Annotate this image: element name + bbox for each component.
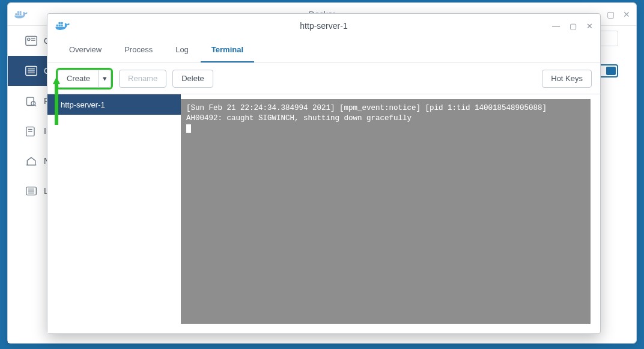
network-icon	[25, 156, 38, 166]
svg-point-6	[28, 38, 30, 40]
svg-rect-28	[61, 22, 62, 24]
container-details-window: http-server-1 — ▢ ✕ Overview Process Log…	[47, 13, 601, 334]
close-icon[interactable]: ✕	[586, 22, 593, 31]
svg-line-15	[35, 105, 37, 106]
terminal-session-item[interactable]: http-server-1	[47, 94, 181, 115]
create-button[interactable]: Create	[58, 70, 99, 88]
delete-button[interactable]: Delete	[172, 70, 213, 88]
registry-icon	[25, 96, 38, 106]
terminal-toolbar: Create ▾ Rename Delete Hot Keys	[47, 63, 600, 94]
tab-bar: Overview Process Log Terminal	[47, 38, 600, 63]
modal-window-controls: — ▢ ✕	[552, 22, 593, 31]
container-icon	[25, 65, 38, 76]
svg-rect-3	[17, 11, 19, 13]
docker-logo-icon	[14, 9, 28, 20]
terminal-content: http-server-1 [Sun Feb 21 22:24:34.38499…	[47, 94, 600, 333]
tab-process[interactable]: Process	[114, 38, 163, 62]
modal-title: http-server-1	[300, 21, 347, 31]
svg-rect-4	[20, 11, 22, 13]
log-icon	[25, 186, 38, 196]
terminal-text: [Sun Feb 21 22:24:34.384994 2021] [mpm_e…	[186, 104, 551, 123]
svg-rect-26	[61, 25, 62, 26]
svg-rect-24	[56, 25, 58, 26]
terminal-output[interactable]: [Sun Feb 21 22:24:34.384994 2021] [mpm_e…	[181, 99, 591, 324]
maximize-icon[interactable]: ▢	[607, 10, 615, 19]
minimize-icon[interactable]: —	[552, 22, 560, 31]
modal-titlebar: http-server-1 — ▢ ✕	[47, 14, 600, 38]
image-icon	[25, 126, 38, 136]
svg-rect-2	[20, 13, 22, 15]
create-dropdown-button[interactable]: ▾	[99, 70, 111, 88]
svg-rect-27	[58, 22, 60, 24]
svg-rect-25	[58, 25, 60, 26]
rename-button[interactable]: Rename	[119, 70, 166, 88]
hotkeys-button[interactable]: Hot Keys	[542, 70, 592, 88]
docker-logo-icon	[55, 20, 70, 32]
terminal-session-list: http-server-1	[47, 94, 181, 333]
svg-rect-5	[26, 37, 37, 46]
create-button-highlight: Create ▾	[56, 68, 113, 90]
chevron-down-icon: ▾	[103, 74, 107, 83]
svg-rect-1	[17, 13, 19, 15]
tab-log[interactable]: Log	[165, 38, 199, 62]
terminal-cursor	[186, 124, 191, 133]
tab-overview[interactable]: Overview	[58, 38, 112, 62]
close-icon[interactable]: ✕	[623, 10, 630, 19]
svg-rect-0	[15, 13, 17, 15]
overview-icon	[25, 35, 38, 46]
maximize-icon[interactable]: ▢	[570, 22, 577, 31]
tab-terminal[interactable]: Terminal	[201, 38, 254, 62]
